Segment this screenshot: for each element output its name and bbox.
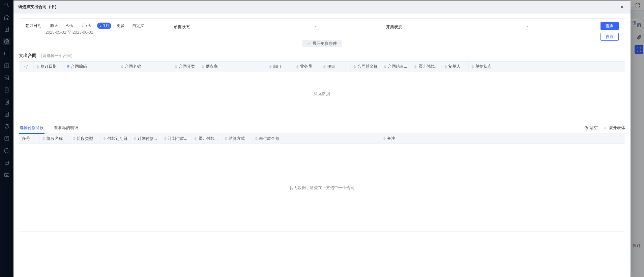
date-chip-7days[interactable]: 近7天 (79, 23, 94, 29)
tab-tools: 清空 展开表体 (584, 125, 625, 131)
column-header[interactable]: 阶段类型 (70, 134, 100, 144)
bill-status-select[interactable] (197, 23, 318, 31)
column-header[interactable]: 合同名称 (118, 62, 172, 72)
detail-tabs-row: 选择付款阶段 查看标的明细 清空 展开表体 (19, 122, 625, 134)
modal-close-button[interactable] (618, 3, 626, 11)
tool-clear[interactable]: 清空 (584, 125, 598, 131)
column-header[interactable]: 项目 (320, 62, 350, 72)
column-header[interactable]: 阶段名称 (39, 134, 70, 144)
invoice-status-label: 开票状态 (386, 24, 402, 30)
table-head-row: 序号阶段名称阶段类型付款到期日计划付款...计划付款...累计付款...结算方式… (19, 134, 625, 144)
close-icon (620, 5, 624, 9)
section-hint: （请选择一个合同） (38, 53, 75, 59)
filter-actions: 查询 设置 (601, 22, 619, 41)
column-header[interactable]: 制单人 (441, 62, 468, 72)
filter-signing-date: 签订日期 昨天 今天 近7天 近1月 更多 自定义 2023-05-02 至 2… (25, 23, 160, 37)
stages-table: 序号阶段名称阶段类型付款到期日计划付款...计划付款...累计付款...结算方式… (19, 134, 625, 232)
modal-header: 请选择支出合同（甲） (13, 1, 631, 13)
tab-subject-detail[interactable]: 查看标的明细 (53, 122, 79, 133)
column-header[interactable]: 合同结束... (381, 62, 411, 72)
reset-button[interactable]: 设置 (601, 33, 619, 41)
column-header[interactable]: 业务员 (293, 62, 320, 72)
contracts-empty: 暂无数据 (19, 72, 625, 116)
filter-date-label: 签订日期 (25, 23, 41, 29)
column-header[interactable]: 供应商 (199, 62, 266, 72)
column-header[interactable]: 未付款金额 (252, 134, 380, 144)
column-header[interactable]: 合同分类 (172, 62, 199, 72)
tool-expand-body[interactable]: 展开表体 (603, 125, 625, 131)
column-header[interactable]: 备注 (380, 134, 625, 144)
section-main: 支出合同 (19, 53, 36, 59)
tab-payment-stage[interactable]: 选择付款阶段 (19, 122, 45, 133)
contracts-section-title: 支出合同 （请选择一个合同） (19, 53, 625, 59)
expand-conditions-button[interactable]: 展开更多条件 (302, 40, 342, 47)
column-header[interactable]: 计划付款... (161, 134, 191, 144)
chevron-down-icon (313, 24, 317, 29)
stages-empty: 暂无数据，请先在上方选中一个合同 (19, 144, 625, 232)
column-header[interactable]: 结算方式 (222, 134, 252, 144)
detail-tabs: 选择付款阶段 查看标的明细 (19, 122, 79, 133)
column-header[interactable]: 累计付款... (411, 62, 441, 72)
contracts-table: 签订日期合同编码合同名称合同分类供应商部门业务员项目合同总金额合同结束...累计… (19, 61, 625, 116)
date-chip-custom[interactable]: 自定义 (130, 23, 146, 29)
query-button[interactable]: 查询 (601, 22, 619, 30)
date-chip-more[interactable]: 更多 (115, 23, 127, 29)
tool-expand-label: 展开表体 (609, 125, 625, 131)
double-chevron-down-icon (603, 126, 608, 130)
column-header[interactable]: 合同总金额 (350, 62, 381, 72)
chevron-down-icon (526, 24, 530, 29)
filter-date-range: 2023-05-02 至 2023-06-02 (25, 30, 160, 35)
column-settings[interactable] (19, 62, 33, 72)
column-header[interactable]: 计划付款... (130, 134, 161, 144)
expand-conditions-label: 展开更多条件 (313, 41, 337, 47)
modal-title: 请选择支出合同（甲） (18, 4, 59, 10)
column-header[interactable]: 累计付款... (191, 134, 222, 144)
date-chip-yesterday[interactable]: 昨天 (48, 23, 60, 29)
double-chevron-down-icon (307, 42, 311, 45)
table-head-row: 签订日期合同编码合同名称合同分类供应商部门业务员项目合同总金额合同结束...累计… (19, 62, 625, 72)
column-header[interactable]: 合同编码 (64, 62, 118, 72)
filter-bill-status: 单据状态 (174, 23, 373, 37)
filter-card: 签订日期 昨天 今天 近7天 近1月 更多 自定义 2023-05-02 至 2… (19, 18, 625, 47)
eraser-icon (584, 126, 588, 130)
bill-status-label: 单据状态 (174, 24, 190, 30)
column-header[interactable]: 单据状态 (468, 62, 625, 72)
column-header[interactable]: 序号 (19, 134, 39, 144)
invoice-status-select[interactable] (409, 23, 530, 31)
svg-point-17 (26, 66, 27, 67)
column-header[interactable]: 签订日期 (33, 62, 64, 72)
tool-clear-label: 清空 (590, 125, 598, 131)
modal-body: 签订日期 昨天 今天 近7天 近1月 更多 自定义 2023-05-02 至 2… (13, 13, 631, 277)
column-header[interactable]: 付款到期日 (100, 134, 130, 144)
select-contract-modal: 请选择支出合同（甲） 签订日期 昨天 今天 近7天 近1月 更多 自定义 (13, 1, 631, 277)
date-chip-1month[interactable]: 近1月 (97, 23, 112, 29)
date-chip-today[interactable]: 今天 (64, 23, 76, 29)
filter-invoice-status: 开票状态 (386, 23, 585, 37)
column-header[interactable]: 部门 (266, 62, 293, 72)
